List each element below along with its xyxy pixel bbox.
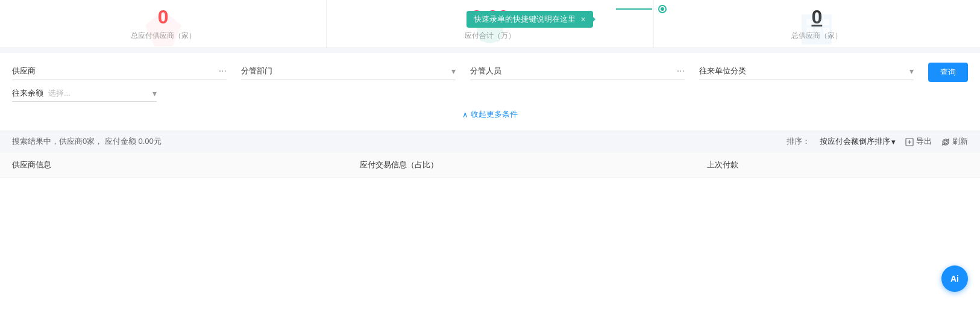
stat-label-payable-total: 应付合计（万） xyxy=(465,31,515,41)
export-icon xyxy=(905,137,914,146)
person-input[interactable] xyxy=(506,66,674,75)
stat-payable-total: 0.00 应付合计（万） 快速录单的快捷键说明在这里 × xyxy=(327,0,653,48)
stat-label-payable-suppliers: 总应付供应商（家） xyxy=(131,31,196,41)
refresh-button[interactable]: 刷新 xyxy=(941,136,968,147)
collapse-bar: ∧ 收起更多条件 xyxy=(12,105,968,126)
supplier-input[interactable] xyxy=(47,66,216,75)
tooltip-close-button[interactable]: × xyxy=(580,14,585,24)
tooltip-dot xyxy=(659,6,665,12)
sort-dropdown-icon: ▾ xyxy=(891,137,896,146)
category-dropdown-icon[interactable]: ▾ xyxy=(909,66,914,76)
department-dropdown-icon[interactable]: ▾ xyxy=(451,66,456,76)
export-button[interactable]: 导出 xyxy=(905,136,932,147)
stats-bar: 0 总应付供应商（家） 0.00 应付合计（万） 快速录单的快捷键说明在这里 × xyxy=(0,0,980,48)
supplier-label: 供应商 xyxy=(12,66,42,76)
stat-label-total-suppliers: 总供应商（家） xyxy=(791,31,842,41)
collapse-up-icon: ∧ xyxy=(462,110,468,119)
svg-rect-9 xyxy=(823,19,829,25)
query-button[interactable]: 查询 xyxy=(928,63,968,82)
department-filter-item: 分管部门 ▾ xyxy=(241,66,456,79)
results-right: 排序： 按应付会额倒序排序 ▾ 导出 刷新 xyxy=(787,136,968,147)
category-input[interactable] xyxy=(751,66,907,75)
tooltip-text: 快速录单的快捷键说明在这里 xyxy=(474,14,576,25)
collapse-button[interactable]: ∧ 收起更多条件 xyxy=(462,109,518,120)
sort-button[interactable]: 按应付会额倒序排序 ▾ xyxy=(820,136,896,147)
stat-value-payable-suppliers: 0 xyxy=(158,7,169,28)
stat-value-total-suppliers: 0 xyxy=(811,7,822,28)
tooltip-line xyxy=(616,8,652,10)
collapse-label: 收起更多条件 xyxy=(471,109,518,120)
sort-label: 排序： xyxy=(787,136,810,147)
category-label: 往来单位分类 xyxy=(699,66,746,76)
th-lastpay: 上次付款 xyxy=(707,160,968,170)
sort-option-text: 按应付会额倒序排序 xyxy=(820,136,890,147)
person-more-icon[interactable]: ··· xyxy=(677,66,685,76)
refresh-label: 刷新 xyxy=(952,136,968,147)
balance-dropdown-icon[interactable]: ▾ xyxy=(152,88,157,98)
th-payable: 应付交易信息（占比） xyxy=(360,160,708,170)
balance-label: 往来余额 xyxy=(12,88,43,99)
stat-total-payable-suppliers: 0 总应付供应商（家） xyxy=(0,0,327,48)
tooltip-container: 快速录单的快捷键说明在这里 × xyxy=(616,6,665,12)
refresh-icon xyxy=(941,137,950,146)
filter-area: 供应商 ··· 分管部门 ▾ 分管人员 ··· 往来单位分类 ▾ 查询 往来余额 xyxy=(0,53,980,131)
supplier-more-icon[interactable]: ··· xyxy=(219,66,227,76)
results-bar: 搜索结果中，供应商0家， 应付金额 0.00元 排序： 按应付会额倒序排序 ▾ … xyxy=(0,131,980,152)
filter-row-2: 往来余额 选择... ▾ xyxy=(12,88,968,102)
person-filter-item: 分管人员 ··· xyxy=(470,66,685,79)
supplier-filter-item: 供应商 ··· xyxy=(12,66,227,79)
filter-row-1: 供应商 ··· 分管部门 ▾ 分管人员 ··· 往来单位分类 ▾ 查询 xyxy=(12,63,968,82)
table-body xyxy=(0,178,980,310)
table-area: 供应商信息 应付交易信息（占比） 上次付款 xyxy=(0,152,980,310)
ai-label: Ai xyxy=(950,274,959,284)
results-amount-text: 应付金额 0.00元 xyxy=(105,137,162,146)
person-label: 分管人员 xyxy=(470,66,501,76)
export-label: 导出 xyxy=(916,136,932,147)
balance-placeholder: 选择... xyxy=(48,88,150,99)
ai-button[interactable]: Ai xyxy=(941,265,968,292)
balance-filter-item: 往来余额 选择... ▾ xyxy=(12,88,157,102)
tooltip-bubble: 快速录单的快捷键说明在这里 × xyxy=(466,11,592,28)
category-filter-item: 往来单位分类 ▾ xyxy=(699,66,914,79)
results-summary: 搜索结果中，供应商0家， 应付金额 0.00元 xyxy=(12,136,162,147)
department-input[interactable] xyxy=(277,66,449,75)
results-summary-text: 搜索结果中，供应商0家 xyxy=(12,137,95,146)
stat-total-suppliers: 0 总供应商（家） xyxy=(654,0,980,48)
th-supplier: 供应商信息 xyxy=(12,160,360,170)
table-header: 供应商信息 应付交易信息（占比） 上次付款 xyxy=(0,152,980,178)
department-label: 分管部门 xyxy=(241,66,272,76)
